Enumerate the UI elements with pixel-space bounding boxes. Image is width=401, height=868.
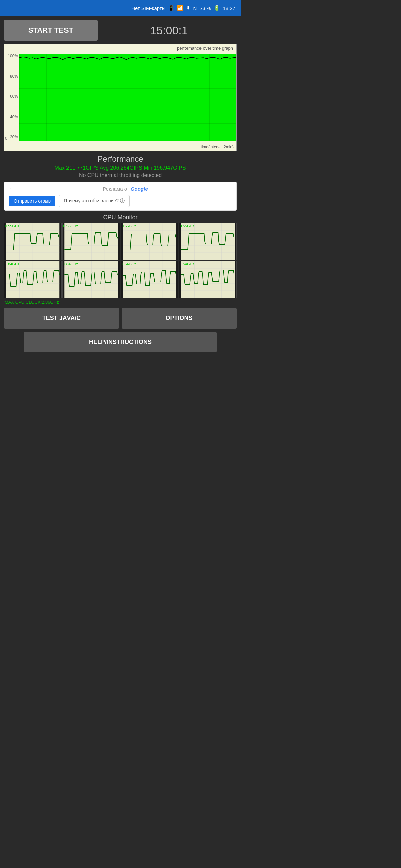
- y-label-100: 100%: [6, 54, 18, 58]
- cpu-cell-1: 0.55GHz: [62, 223, 120, 260]
- cpu-cell-2: 0.55GHz: [121, 223, 178, 260]
- perf-throttling: No CPU thermal throttling detected: [4, 172, 237, 178]
- perf-stats: Max 211,771GIPS Avg 206,264GIPS Min 196,…: [4, 165, 237, 171]
- cpu-freq-4: 1.84GHz: [5, 262, 19, 266]
- performance-section: Performance Max 211,771GIPS Avg 206,264G…: [4, 154, 237, 178]
- sim-icon: 📱: [168, 5, 174, 11]
- cpu-freq-5: 1.84GHz: [63, 262, 78, 266]
- bottom-buttons: TEST JAVA/C OPTIONS: [4, 308, 237, 329]
- performance-graph: performance over time graph 100% 80% 60%…: [4, 44, 237, 151]
- cpu-monitor-section: CPU Monitor 0.55GHz: [4, 214, 237, 305]
- options-button[interactable]: OPTIONS: [122, 308, 237, 329]
- perf-line-svg: [19, 55, 236, 62]
- ad-label: Реклама от Google: [19, 186, 232, 192]
- graph-zero: 0: [5, 136, 7, 141]
- sim-status: Нет SIM-карты: [131, 5, 165, 11]
- cpu-freq-1: 0.55GHz: [63, 224, 78, 228]
- cpu-cell-0: 0.55GHz: [4, 223, 62, 260]
- help-instructions-button[interactable]: HELP/INSTRUCTIONS: [24, 332, 217, 352]
- cpu-cell-7: 1.54GHz: [179, 261, 237, 299]
- cpu-freq-2: 0.55GHz: [122, 224, 136, 228]
- timer-display: 15:00:1: [102, 24, 237, 37]
- wifi-icon: 📶: [177, 5, 183, 11]
- start-test-button[interactable]: START TEST: [4, 20, 97, 41]
- cpu-graph-7: [179, 261, 237, 298]
- cpu-max-clock: MAX CPU CLOCK:2.86GHz: [4, 300, 237, 305]
- status-bar: Нет SIM-карты 📱 📶 ⬇ N 23 % 🔋 18:27: [0, 0, 240, 16]
- ad-top-row: ← Реклама от Google: [9, 185, 232, 192]
- cpu-graph-2: [121, 223, 178, 260]
- ad-send-feedback-button[interactable]: Отправить отзыв: [9, 196, 55, 206]
- cpu-freq-7: 1.54GHz: [180, 262, 195, 266]
- graph-y-labels: 100% 80% 60% 40% 20%: [4, 44, 19, 141]
- download-icon: ⬇: [186, 5, 191, 11]
- cpu-grid: 0.55GHz 0.55GHz: [4, 223, 237, 299]
- cpu-graph-0: [4, 223, 61, 260]
- ad-google-label: Google: [131, 186, 148, 192]
- cpu-freq-0: 0.55GHz: [5, 224, 19, 228]
- nfc-icon: N: [193, 5, 197, 11]
- ad-why-button[interactable]: Почему это объявление? ⓘ: [59, 195, 130, 207]
- help-btn-wrapper: HELP/INSTRUCTIONS: [4, 332, 237, 352]
- cpu-freq-3: 0.55GHz: [180, 224, 195, 228]
- cpu-monitor-title: CPU Monitor: [4, 214, 237, 221]
- cpu-graph-1: [63, 223, 120, 260]
- cpu-cell-5: 1.84GHz: [62, 261, 120, 299]
- graph-title: performance over time graph: [177, 46, 233, 51]
- cpu-graph-6: [121, 261, 178, 298]
- cpu-graph-4: [4, 261, 61, 298]
- y-label-80: 80%: [6, 74, 18, 79]
- y-label-20: 20%: [6, 134, 18, 139]
- cpu-graph-5: [63, 261, 120, 298]
- ad-label-text: Реклама от: [103, 186, 129, 192]
- clock: 18:27: [223, 5, 235, 11]
- y-label-60: 60%: [6, 94, 18, 99]
- battery-icon: 🔋: [213, 5, 220, 11]
- ad-buttons-row: Отправить отзыв Почему это объявление? ⓘ: [9, 195, 232, 207]
- graph-area: [19, 54, 236, 141]
- cpu-graph-3: [179, 223, 237, 260]
- cpu-cell-6: 1.54GHz: [121, 261, 178, 299]
- top-row: START TEST 15:00:1: [4, 20, 237, 41]
- ad-back-arrow[interactable]: ←: [9, 185, 15, 192]
- test-java-c-button[interactable]: TEST JAVA/C: [4, 308, 119, 329]
- graph-x-label: time(interval 2min): [200, 145, 234, 149]
- cpu-cell-3: 0.55GHz: [179, 223, 237, 260]
- main-content: START TEST 15:00:1 performance over time…: [0, 16, 240, 356]
- y-label-40: 40%: [6, 115, 18, 119]
- perf-heading: Performance: [4, 154, 237, 163]
- battery-percent: 23 %: [200, 5, 211, 11]
- cpu-freq-6: 1.54GHz: [122, 262, 136, 266]
- ad-banner: ← Реклама от Google Отправить отзыв Поче…: [4, 182, 237, 211]
- cpu-cell-4: 1.84GHz: [4, 261, 62, 299]
